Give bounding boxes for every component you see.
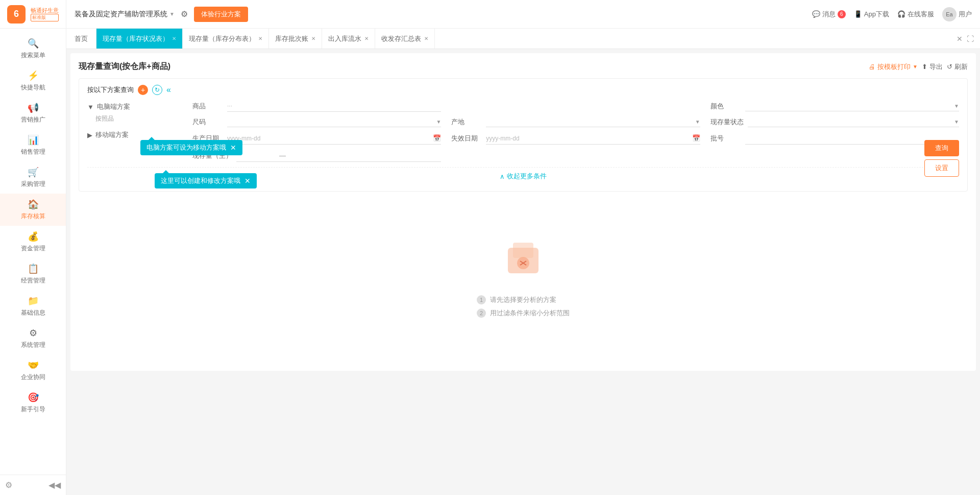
sidebar-item-marketing[interactable]: 📢 营销推广 xyxy=(0,97,66,129)
tab-stock-summary[interactable]: 收发存汇总表 ✕ xyxy=(375,29,435,49)
filter-row-4: 现存量（主） — xyxy=(192,150,959,162)
sidebar-item-operation[interactable]: 📋 经营管理 xyxy=(0,258,66,290)
tab-inventory-status-close[interactable]: ✕ xyxy=(172,36,176,41)
header-settings-icon[interactable]: ⚙ xyxy=(181,9,188,19)
filter-product-field: 商品 ··· xyxy=(192,100,441,112)
template-dropdown-icon: ▼ xyxy=(913,64,918,69)
collab-icon: 🤝 xyxy=(28,360,39,371)
filter-row-2: 尺码 ▼ 产地 ▼ xyxy=(192,117,959,127)
stock-main-min[interactable] xyxy=(236,152,277,159)
page-title: 现存量查询(按仓库+商品) xyxy=(79,61,170,72)
tab-inventory-dist-close[interactable]: ✕ xyxy=(258,36,262,41)
filter-batch-field: 批号 xyxy=(710,132,959,145)
app-download-item[interactable]: 📱 App下载 xyxy=(854,10,889,19)
tab-inventory-status[interactable]: 现存量（库存状况表） ✕ xyxy=(96,29,183,49)
user-item[interactable]: Ea 用户 xyxy=(942,7,972,21)
tab-batch-close[interactable]: ✕ xyxy=(311,36,315,41)
header: 装备及固定资产辅助管理系统 ▼ ⚙ 体验行业方案 💬 消息 6 📱 App下载 … xyxy=(66,0,980,29)
experience-button[interactable]: 体验行业方案 xyxy=(194,7,248,22)
filter-add-button[interactable]: + xyxy=(138,85,148,95)
expire-date-input[interactable]: yyyy-mm-dd 📅 xyxy=(486,132,700,145)
sidebar-item-sales-label: 销售管理 xyxy=(21,148,45,156)
empty-state: 1 请先选择要分析的方案 2 用过滤条件来缩小分析范围 xyxy=(79,192,968,363)
logo-icon: 6 xyxy=(7,5,26,23)
logo-badge: 标准版 xyxy=(31,14,59,21)
marketing-icon: 📢 xyxy=(28,102,39,113)
scheme-pc-child-1[interactable]: 按照品 xyxy=(95,113,184,124)
sidebar-item-inventory[interactable]: 🏠 库存核算 xyxy=(0,194,66,226)
tab-stock-summary-close[interactable]: ✕ xyxy=(424,36,428,41)
scheme-list-panel: ▼ 电脑端方案 按照品 ▶ 移动端方案 xyxy=(87,100,184,167)
size-select-arrow: ▼ xyxy=(436,119,441,125)
sidebar-item-system[interactable]: ⚙ 系统管理 xyxy=(0,322,66,355)
phone-icon: 📱 xyxy=(854,10,862,18)
produce-date-calendar-icon[interactable]: 📅 xyxy=(433,134,441,142)
export-button[interactable]: ⬆ 导出 xyxy=(922,62,943,72)
tooltip-2-close[interactable]: ✕ xyxy=(244,177,251,185)
stock-status-select[interactable]: ▼ xyxy=(748,117,959,127)
size-label: 尺码 xyxy=(192,117,223,127)
refresh-button[interactable]: ↺ 刷新 xyxy=(947,62,968,72)
tab-inventory-dist-label: 现存量（库存分布表） xyxy=(189,34,255,43)
expire-date-label: 失效日期 xyxy=(451,134,482,143)
sidebar-item-purchase[interactable]: 🛒 采购管理 xyxy=(0,161,66,194)
collapse-text: 收起更多条件 xyxy=(507,172,547,181)
tabs-right: ✕ ⛶ xyxy=(957,35,980,43)
stock-main-max[interactable] xyxy=(288,152,329,159)
message-item[interactable]: 💬 消息 6 xyxy=(812,10,846,19)
logo-text: 畅通好生意 xyxy=(31,7,59,14)
empty-tip-2-text: 用过滤条件来缩小分析范围 xyxy=(490,309,570,318)
color-select[interactable]: ▼ xyxy=(745,101,959,111)
sidebar-item-basic[interactable]: 📁 基础信息 xyxy=(0,290,66,322)
tab-inout-flow-close[interactable]: ✕ xyxy=(364,36,369,41)
scheme-pc-child-label: 按照品 xyxy=(95,115,114,122)
expire-date-placeholder: yyyy-mm-dd xyxy=(486,135,519,142)
sidebar-item-nav[interactable]: ⚡ 快捷导航 xyxy=(0,65,66,97)
template-print-label: 按模板打印 xyxy=(877,62,911,72)
tabs-bar: 首页 现存量（库存状况表） ✕ 现存量（库存分布表） ✕ 库存批次账 ✕ 出入库… xyxy=(66,29,980,49)
sidebar-item-collab[interactable]: 🤝 企业协同 xyxy=(0,355,66,387)
sidebar-item-sales[interactable]: 📊 销售管理 xyxy=(0,129,66,161)
tab-batch-label: 库存批次账 xyxy=(275,34,308,43)
search-icon: 🔍 xyxy=(28,38,39,49)
tab-inventory-dist[interactable]: 现存量（库存分布表） ✕ xyxy=(183,29,269,49)
tab-batch[interactable]: 库存批次账 ✕ xyxy=(269,29,322,49)
tooltip-1-close[interactable]: ✕ xyxy=(230,144,236,152)
header-right: 💬 消息 6 📱 App下载 🎧 在线客服 Ea 用户 xyxy=(812,7,972,21)
template-print-button[interactable]: 🖨 按模板打印 ▼ xyxy=(869,62,918,72)
origin-select[interactable]: ▼ xyxy=(486,117,700,127)
origin-select-arrow: ▼ xyxy=(695,119,700,125)
export-label: 导出 xyxy=(929,62,943,72)
expire-date-calendar-icon[interactable]: 📅 xyxy=(692,134,700,142)
header-left: 装备及固定资产辅助管理系统 ▼ ⚙ 体验行业方案 xyxy=(75,7,248,22)
query-button[interactable]: 查询 xyxy=(924,140,959,156)
settings-bottom-icon[interactable]: ⚙ xyxy=(5,480,12,490)
page-container: 现存量查询(按仓库+商品) 🖨 按模板打印 ▼ ⬆ 导出 ↺ 刷新 xyxy=(70,53,976,371)
export-icon: ⬆ xyxy=(922,63,927,70)
collapse-sidebar-icon[interactable]: ◀◀ xyxy=(48,480,61,490)
tab-close-all-icon[interactable]: ✕ xyxy=(957,35,963,43)
sidebar-item-guide[interactable]: 🎯 新手引导 xyxy=(0,387,66,419)
scheme-mobile-label: 移动端方案 xyxy=(95,130,129,139)
produce-date-input[interactable]: yyyy-mm-dd 📅 xyxy=(227,132,441,145)
tab-inout-flow[interactable]: 出入库流水 ✕ xyxy=(322,29,375,49)
printer-icon: 🖨 xyxy=(869,63,875,70)
sidebar-item-search[interactable]: 🔍 搜索菜单 xyxy=(0,33,66,65)
filter-cycle-button[interactable]: ↻ xyxy=(152,85,162,95)
scheme-mobile-arrow: ▶ xyxy=(87,131,92,139)
tab-home[interactable]: 首页 xyxy=(66,29,96,49)
empty-tips: 1 请先选择要分析的方案 2 用过滤条件来缩小分析范围 xyxy=(477,295,570,322)
system-title-select[interactable]: 装备及固定资产辅助管理系统 ▼ xyxy=(75,10,175,19)
set-button[interactable]: 设置 xyxy=(924,159,959,177)
tab-fullscreen-icon[interactable]: ⛶ xyxy=(967,35,974,43)
filter-label: 按以下方案查询 xyxy=(87,85,134,95)
sidebar-item-marketing-label: 营销推广 xyxy=(21,115,45,124)
sidebar: 6 畅通好生意 标准版 🔍 搜索菜单 ⚡ 快捷导航 📢 营销推广 📊 销售管理 … xyxy=(0,0,66,495)
user-avatar: Ea xyxy=(942,7,957,21)
tooltip-scheme-2: 这里可以创建和修改方案哦 ✕ xyxy=(155,173,257,188)
filter-back-button[interactable]: « xyxy=(166,85,171,95)
sidebar-item-finance[interactable]: 💰 资金管理 xyxy=(0,226,66,258)
online-service-item[interactable]: 🎧 在线客服 xyxy=(897,10,934,19)
scheme-item-pc[interactable]: ▼ 电脑端方案 xyxy=(87,100,184,113)
size-select[interactable]: ▼ xyxy=(227,117,441,127)
